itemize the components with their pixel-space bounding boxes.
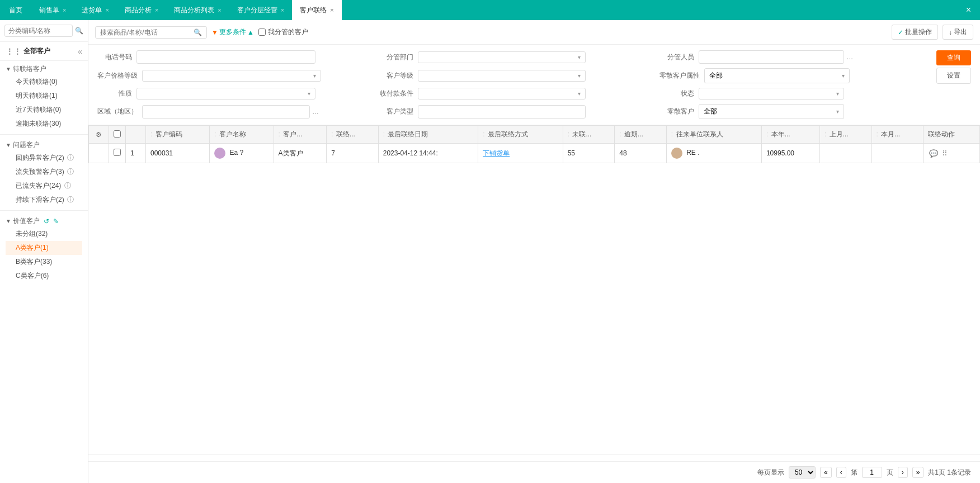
nav-close-product-analysis[interactable]: × [155,7,158,13]
sidebar-collapse-btn[interactable]: « [78,47,82,56]
query-btn[interactable]: 查询 [936,50,971,65]
nav-item-product-analysis[interactable]: 商品分析 × [117,0,166,20]
region-input[interactable] [142,105,310,119]
nav-item-customer-contact[interactable]: 客户联络 × [292,0,341,20]
value-edit-icon[interactable]: ✎ [53,217,59,225]
th-overdue-label: 逾期... [624,130,643,138]
th-settings[interactable]: ⚙ [89,126,109,144]
sidebar-item-tomorrow[interactable]: 明天待联络(1) [6,89,82,103]
filter-search-input[interactable] [100,29,194,36]
nature-select[interactable]: ▾ [136,88,315,100]
export-btn[interactable]: ↓ 导出 [943,25,973,40]
region-dots[interactable]: … [312,108,319,116]
th-category[interactable]: 客户... [274,126,327,144]
price-level-select[interactable]: ▾ [142,70,321,82]
next-page-btn[interactable]: › [898,467,908,478]
th-contacts[interactable]: 联络... [327,126,379,144]
th-not-contacted[interactable]: 未联... [563,126,615,144]
row-checkbox[interactable] [114,149,121,156]
filter-more-arrow: ▲ [247,29,254,36]
customer-level-select[interactable]: ▾ [418,70,586,82]
row-this-year: 10995.00 [766,149,794,157]
h-scroll-area[interactable] [88,454,980,461]
th-last-contact-date[interactable]: 最后联络日期 [378,126,478,144]
th-last-month[interactable]: 上月... [819,126,871,144]
batch-ops-btn[interactable]: ✓ 批量操作 [892,25,938,40]
sidebar-item-class-c[interactable]: C类客户(6) [6,269,82,283]
nav-item-sales[interactable]: 销售单 × [31,0,74,20]
sidebar-search-input[interactable] [4,25,73,37]
table-settings-icon[interactable]: ⚙ [96,131,102,139]
dept-select[interactable]: ▾ [418,51,586,63]
retail-attr-select[interactable]: 全部 ▾ [704,68,850,83]
retail-customer-label: 零散客户 [659,107,699,116]
nav-close-product-list[interactable]: × [218,7,221,13]
dept-select-arrow: ▾ [578,54,581,60]
adv-filter-btns: 查询 设置 [936,50,971,84]
sidebar-7days-label: 近7天待联络(0) [16,106,61,113]
th-code[interactable]: 客户编码 [146,126,210,144]
unit-contact-avatar [671,148,682,159]
nav-close-purchase[interactable]: × [105,7,109,13]
manager-dots[interactable]: … [846,53,853,61]
sidebar-today-label: 今天待联络(0) [16,78,58,86]
last-page-btn[interactable]: » [912,467,924,478]
filter-more-btn[interactable]: ▼ 更多条件 ▲ [211,27,254,37]
sidebar-item-today[interactable]: 今天待联络(0) [6,75,82,89]
customer-type-input[interactable] [418,105,586,119]
payment-select[interactable]: ▾ [418,88,586,100]
th-name[interactable]: 客户名称 [210,126,274,144]
sidebar-item-churned[interactable]: 已流失客户(24) ⓘ [6,179,82,193]
sidebar-item-unclassified[interactable]: 未分组(32) [6,227,82,241]
th-last-contact-method[interactable]: 最后联络方式 [478,126,563,144]
value-refresh-icon[interactable]: ↺ [44,217,49,225]
th-this-month[interactable]: 本月... [871,126,924,144]
status-select[interactable]: ▾ [699,88,844,100]
sidebar-group-problem-title[interactable]: ▼ 问题客户 [6,140,82,150]
table-header: ⚙ 客户编码 客户名称 客户... [89,126,980,144]
my-customers-checkbox-label[interactable]: 我分管的客户 [258,27,308,37]
sidebar-item-class-b[interactable]: B类客户(33) [6,255,82,269]
settings-btn[interactable]: 设置 [936,68,971,84]
sidebar: 🔍 ⋮⋮ 全部客户 « ▼ 待联络客户 今天待联络(0) 明天待联络(1) 近7… [0,20,88,483]
sidebar-search-icon[interactable]: 🔍 [75,27,83,35]
sidebar-item-7days[interactable]: 近7天待联络(0) [6,103,82,117]
phone-input[interactable] [136,50,315,64]
sidebar-item-overdue[interactable]: 逾期未联络(30) [6,117,82,131]
th-overdue[interactable]: 逾期... [615,126,667,144]
th-category-label: 客户... [283,130,302,138]
page-input[interactable] [862,467,882,478]
th-this-year[interactable]: 本年... [761,126,819,144]
sidebar-item-class-a[interactable]: A类客户(1) [6,241,82,255]
nav-item-customer-segment[interactable]: 客户分层经营 × [229,0,292,20]
nav-close-all-icon[interactable]: × [966,5,971,15]
filter-search-icon[interactable]: 🔍 [194,29,202,36]
my-customers-checkbox[interactable] [258,29,266,36]
nav-item-purchase[interactable]: 进货单 × [74,0,116,20]
prev-page-btn[interactable]: ‹ [836,467,846,478]
filter-icon: ▼ [211,29,218,36]
sidebar-group-pending-title[interactable]: ▼ 待联络客户 [6,64,82,74]
per-page-select[interactable]: 50 [789,466,816,479]
sidebar-group-value-title[interactable]: ▼ 价值客户 ↺ ✎ [6,216,82,226]
th-name-label: 客户名称 [219,130,246,138]
td-contacts: 7 [327,144,379,163]
th-unit-contact[interactable]: 往来单位联系人 [666,126,761,144]
sidebar-item-churn-warning[interactable]: 流失预警客户(3) ⓘ [6,165,82,179]
row-chat-icon[interactable]: 💬 [929,149,938,158]
sidebar-item-declining[interactable]: 持续下滑客户(2) ⓘ [6,193,82,207]
first-page-btn[interactable]: « [820,467,832,478]
retail-customer-select[interactable]: 全部 ▾ [699,104,844,119]
batch-check-icon: ✓ [898,29,903,36]
sidebar-item-repurchase-anomaly[interactable]: 回购异常客户(2) ⓘ [6,151,82,165]
nav-item-product-list[interactable]: 商品分析列表 × [166,0,229,20]
table-select-all[interactable] [114,130,121,138]
td-seq: 1 [126,144,146,163]
row-last-method[interactable]: 下销货单 [483,149,510,157]
nav-close-customer-segment[interactable]: × [281,7,284,13]
nav-close-customer-contact[interactable]: × [330,7,333,13]
nav-close-sales[interactable]: × [63,7,66,13]
manager-input[interactable] [699,50,844,64]
row-qr-icon[interactable]: ⠿ [942,149,948,158]
nav-item-home[interactable]: 首页 [0,0,31,20]
